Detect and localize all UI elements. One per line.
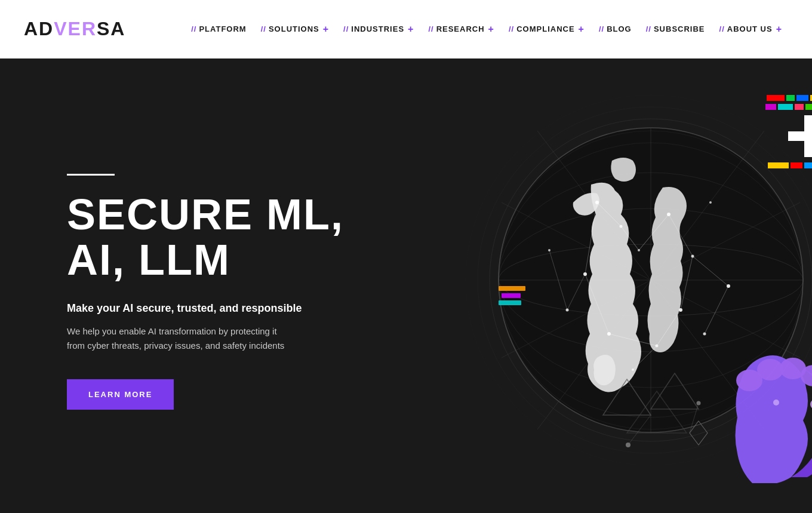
hero-subtitle: Make your AI secure, trusted, and respon… <box>67 301 370 316</box>
nav-item-industries[interactable]: // INDUSTRIES + <box>337 19 420 39</box>
svg-point-24 <box>709 201 712 204</box>
pixel-gr2 <box>805 104 812 110</box>
pixel-decoration <box>765 95 812 168</box>
nav-prefix-about: // <box>719 24 725 33</box>
svg-point-54 <box>757 359 783 380</box>
research-plus-icon: + <box>488 24 494 35</box>
nav-prefix-subscribe: // <box>646 24 651 33</box>
about-plus-icon: + <box>776 24 782 35</box>
pixel-g1 <box>786 95 795 101</box>
nav-prefix-compliance: // <box>509 24 514 33</box>
main-nav: // PLATFORM // SOLUTIONS + // INDUSTRIES… <box>185 19 788 39</box>
nav-item-about-us[interactable]: // ABOUT US + <box>713 19 788 39</box>
nav-item-compliance[interactable]: // COMPLIANCE + <box>503 19 590 39</box>
nav-item-solutions[interactable]: // SOLUTIONS + <box>255 19 335 39</box>
svg-rect-50 <box>499 300 521 305</box>
pixel-r1 <box>767 95 785 101</box>
hero-visual <box>370 77 812 495</box>
hero-section: SECURE ML, AI, LLM Make your AI secure, … <box>0 59 812 513</box>
nav-prefix-research: // <box>428 24 433 33</box>
pixel-p2 <box>765 104 776 110</box>
logo-part3: SA <box>97 18 125 39</box>
nav-item-subscribe[interactable]: // SUBSCRIBE <box>640 20 711 38</box>
learn-more-button[interactable]: LEARN MORE <box>67 379 174 410</box>
svg-line-66 <box>628 415 651 445</box>
nav-label-blog: BLOG <box>607 24 632 33</box>
hero-description: We help you enable AI transformation by … <box>67 324 370 353</box>
svg-line-67 <box>690 403 699 433</box>
hero-title: SECURE ML, AI, LLM <box>67 192 370 282</box>
logo-part2: VER <box>54 18 97 39</box>
pixel-pk2 <box>795 104 804 110</box>
svg-marker-61 <box>627 391 687 433</box>
hero-content: SECURE ML, AI, LLM Make your AI secure, … <box>0 162 370 409</box>
hero-desc-line1: We help you enable AI transformation by … <box>67 326 277 336</box>
pixel-row-3 <box>768 162 812 168</box>
pixel-r3 <box>791 162 802 168</box>
pixel-row-2 <box>765 104 812 110</box>
nav-item-blog[interactable]: // BLOG <box>593 20 638 38</box>
nav-label-platform: PLATFORM <box>199 24 246 33</box>
header: ADVERSA // PLATFORM // SOLUTIONS + // IN… <box>0 0 812 59</box>
nav-label-subscribe: SUBSCRIBE <box>654 24 705 33</box>
pixel-row-1 <box>767 95 812 101</box>
hero-desc-line2: from cyber threats, privacy issues, and … <box>67 340 284 351</box>
pixel-c2 <box>778 104 793 110</box>
pixel-b3 <box>804 162 812 168</box>
nav-prefix: // <box>191 24 196 33</box>
svg-marker-62 <box>651 373 699 409</box>
hero-divider <box>67 174 115 176</box>
cross-shape <box>788 115 812 157</box>
solutions-plus-icon: + <box>323 24 329 35</box>
svg-point-59 <box>773 400 779 406</box>
nav-item-platform[interactable]: // PLATFORM <box>185 20 252 38</box>
nav-label-industries: INDUSTRIES <box>351 24 404 33</box>
nav-prefix-solutions: // <box>261 24 266 33</box>
cross-v <box>804 115 812 157</box>
logo[interactable]: ADVERSA <box>24 18 125 40</box>
logo-part1: AD <box>24 18 54 39</box>
nav-item-research[interactable]: // RESEARCH + <box>422 19 500 39</box>
industries-plus-icon: + <box>408 24 414 35</box>
nav-label-research: RESEARCH <box>436 24 485 33</box>
nav-prefix-blog: // <box>599 24 604 33</box>
pixel-b1 <box>796 95 808 101</box>
pixel-y3 <box>768 162 789 168</box>
geo-triangles <box>597 367 716 459</box>
nav-prefix-industries: // <box>343 24 349 33</box>
compliance-plus-icon: + <box>579 24 585 35</box>
nav-label-about: ABOUT US <box>727 24 773 33</box>
nav-label-solutions: SOLUTIONS <box>269 24 319 33</box>
svg-rect-48 <box>499 286 525 291</box>
svg-rect-49 <box>502 293 521 298</box>
nav-label-compliance: COMPLIANCE <box>516 24 574 33</box>
